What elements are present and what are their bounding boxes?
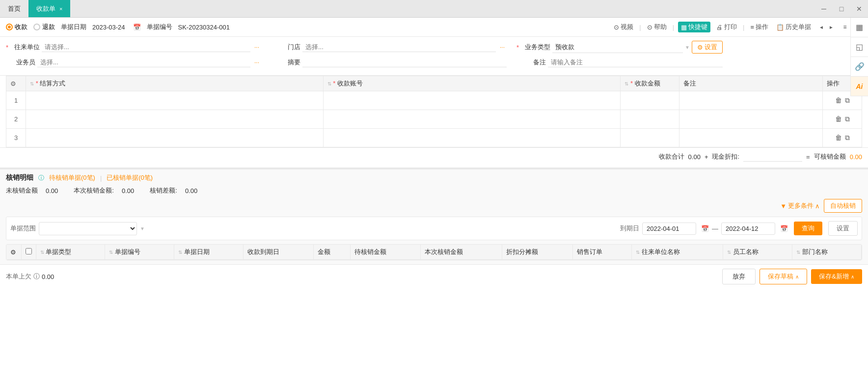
row-2-settlement[interactable] bbox=[26, 110, 324, 129]
draft-caret: ∧ bbox=[795, 274, 799, 279]
print-btn[interactable]: 🖨 打印 bbox=[714, 22, 739, 32]
col-counter-party-header: ⇅ 往来单位名称 bbox=[632, 245, 723, 260]
discount-input[interactable] bbox=[743, 152, 802, 162]
hx-gear-header[interactable]: ⚙ bbox=[6, 245, 21, 260]
history-btn[interactable]: 📋 历史单据 bbox=[774, 22, 813, 32]
total-value: 0.00 bbox=[688, 153, 701, 161]
staff-input[interactable] bbox=[37, 57, 250, 67]
store-field: 门店 ··· bbox=[271, 42, 507, 52]
biz-type-caret[interactable]: ▼ bbox=[685, 45, 690, 50]
tab-home[interactable]: 首页 bbox=[0, 0, 28, 17]
current-hx-label: 本次核销金额: bbox=[74, 186, 114, 195]
hx-done-tab[interactable]: 已核销单据(0笔) bbox=[107, 173, 153, 182]
settings-label: 设置 bbox=[705, 43, 717, 52]
due-date-to[interactable] bbox=[721, 223, 775, 235]
calendar-icon[interactable]: 📅 bbox=[133, 24, 141, 31]
video-btn[interactable]: ⊙ 视频 bbox=[612, 22, 635, 32]
col-settlement-header: ⇅ * 结算方式 bbox=[26, 76, 324, 91]
row-2-ops: 🗑 ⧉ bbox=[823, 110, 862, 129]
table-row: 3 🗑 ⧉ bbox=[6, 129, 862, 147]
nav-next[interactable]: ► bbox=[827, 23, 836, 31]
history-icon: 📋 bbox=[776, 24, 784, 31]
row-3-delete-icon[interactable]: 🗑 bbox=[835, 134, 842, 142]
shortcut-btn[interactable]: ▦ 快捷键 bbox=[678, 22, 710, 32]
diff-label: 核销差额: bbox=[150, 186, 177, 195]
col-staff-header: ⇅ 员工名称 bbox=[723, 245, 792, 260]
row-3-num: 3 bbox=[6, 129, 26, 147]
range-select[interactable] bbox=[39, 222, 137, 235]
summary-row: 收款合计 0.00 + 现金折扣: = 可核销金额 0.00 bbox=[0, 147, 868, 166]
table-gear-icon[interactable]: ⚙ bbox=[10, 80, 16, 87]
doc-date-value[interactable]: 2023-03-24 bbox=[92, 24, 125, 31]
store-input[interactable] bbox=[302, 42, 496, 52]
row-3-account[interactable] bbox=[323, 129, 621, 147]
tab-receipt-label: 收款单 bbox=[36, 4, 55, 13]
calendar-from-icon[interactable]: 📅 bbox=[701, 225, 709, 232]
hx-info-icon[interactable]: ⓘ bbox=[38, 174, 44, 182]
due-date-label: 到期日 bbox=[620, 224, 639, 233]
row-1-settlement[interactable] bbox=[26, 91, 324, 110]
staff-field: 业务员 ··· bbox=[6, 57, 261, 67]
row-1-account[interactable] bbox=[323, 91, 621, 110]
select-all-checkbox[interactable] bbox=[26, 248, 32, 254]
settings-button[interactable]: ⚙ 设置 bbox=[692, 41, 723, 54]
tab-close-icon[interactable]: × bbox=[59, 6, 62, 12]
calendar-to-icon[interactable]: 📅 bbox=[780, 225, 788, 232]
view-list[interactable]: ≡ bbox=[840, 22, 850, 32]
table-gear-header[interactable]: ⚙ bbox=[6, 76, 26, 91]
tab-receipt[interactable]: 收款单 × bbox=[28, 0, 70, 17]
discard-button[interactable]: 放弃 bbox=[722, 269, 756, 284]
ops-btn[interactable]: ≡ 操作 bbox=[748, 22, 770, 32]
close-button[interactable]: ✕ bbox=[850, 0, 868, 18]
counter-party-more-btn[interactable]: ··· bbox=[252, 44, 261, 51]
current-hx-value: 0.00 bbox=[122, 187, 134, 195]
hx-pending-tab[interactable]: 待核销单据(0笔) bbox=[49, 173, 95, 182]
row-2-account[interactable] bbox=[323, 110, 621, 129]
draft-button[interactable]: 保存草稿 ∧ bbox=[760, 269, 807, 284]
sidebar-link-icon[interactable]: 🔗 bbox=[851, 57, 868, 77]
help-icon: ⊙ bbox=[647, 24, 652, 31]
more-conditions-btn[interactable]: ▼ 更多条件 ∧ bbox=[780, 201, 820, 210]
row-3-amount[interactable] bbox=[621, 129, 679, 147]
hx-checkbox-header[interactable] bbox=[21, 245, 36, 260]
row-3-settlement[interactable] bbox=[26, 129, 324, 147]
radio-refund[interactable]: 退款 bbox=[33, 23, 55, 31]
maximize-button[interactable]: □ bbox=[833, 0, 850, 18]
row-3-remark[interactable] bbox=[679, 129, 823, 147]
hx-settings-label: 设置 bbox=[837, 224, 849, 232]
row-1-remark[interactable] bbox=[679, 91, 823, 110]
row-1-copy-icon[interactable]: ⧉ bbox=[845, 96, 850, 105]
bottom-info: 本单上欠 ⓘ 0.00 bbox=[6, 272, 54, 281]
remark-input[interactable] bbox=[548, 57, 723, 67]
staff-more-btn[interactable]: ··· bbox=[252, 59, 261, 66]
main-area: 收款 退款 单据日期 2023-03-24 📅 单据编号 SK-20230324… bbox=[0, 18, 868, 391]
radio-receipt[interactable]: 收款 bbox=[6, 23, 27, 31]
discount-label: 现金折扣: bbox=[712, 152, 739, 161]
row-2-amount[interactable] bbox=[621, 110, 679, 129]
row-3-copy-icon[interactable]: ⧉ bbox=[845, 134, 850, 142]
shortcut-label: 快捷键 bbox=[688, 23, 707, 31]
query-button[interactable]: 查询 bbox=[794, 222, 822, 235]
row-1-delete-icon[interactable]: 🗑 bbox=[835, 96, 842, 105]
due-date-from[interactable] bbox=[642, 223, 696, 235]
row-2-remark[interactable] bbox=[679, 110, 823, 129]
sidebar-table-icon[interactable]: ▦ bbox=[851, 18, 868, 37]
auto-hx-button[interactable]: 自动核销 bbox=[824, 199, 862, 213]
nav-prev[interactable]: ◄ bbox=[817, 23, 826, 31]
counter-party-input[interactable] bbox=[42, 42, 250, 52]
row-2-copy-icon[interactable]: ⧉ bbox=[845, 115, 850, 123]
row-2-delete-icon[interactable]: 🗑 bbox=[835, 115, 842, 123]
sidebar-doc-icon[interactable]: ◱ bbox=[851, 37, 868, 57]
help-btn[interactable]: ⊙ 帮助 bbox=[645, 22, 669, 32]
sidebar-ai-icon[interactable]: Ai bbox=[851, 77, 868, 96]
hx-settings-button[interactable]: 设置 bbox=[828, 221, 858, 236]
minimize-button[interactable]: ─ bbox=[815, 0, 833, 18]
toolbar-right: ⊙ 视频 | ⊙ 帮助 | ▦ 快捷键 🖨 打印 | ≡ 操作 bbox=[612, 22, 862, 32]
row-1-amount[interactable] bbox=[621, 91, 679, 110]
store-more-btn[interactable]: ··· bbox=[498, 44, 507, 51]
net-label: 可核销金额 bbox=[814, 152, 846, 161]
row-3-ops: 🗑 ⧉ bbox=[823, 129, 862, 147]
doc-no-label: 单据编号 bbox=[147, 23, 172, 31]
save-new-button[interactable]: 保存&新增 ∧ bbox=[811, 269, 862, 284]
summary-input[interactable] bbox=[302, 57, 507, 67]
